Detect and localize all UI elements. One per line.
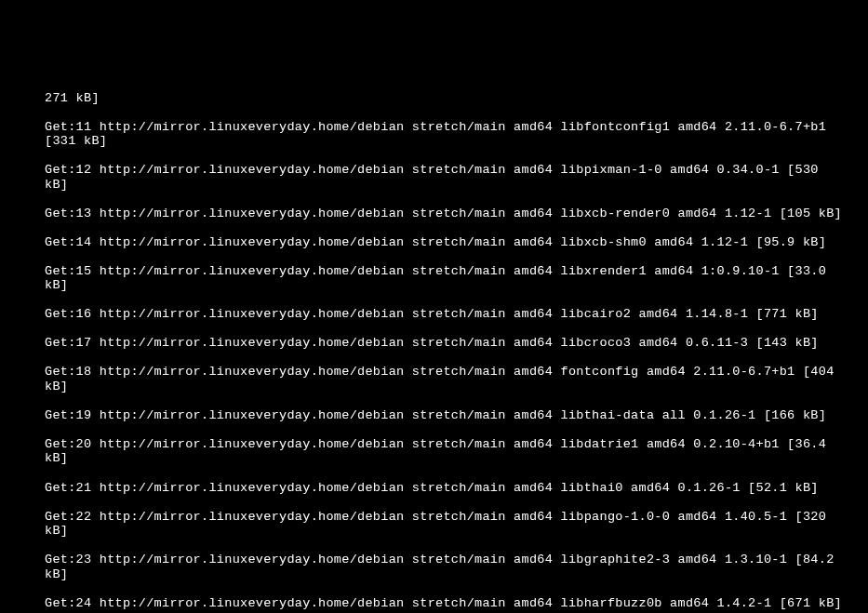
output-line: Get:15 http://mirror.linuxeveryday.home/… <box>45 264 845 293</box>
output-line: Get:16 http://mirror.linuxeveryday.home/… <box>45 307 845 322</box>
terminal-output: 271 kB] Get:11 http://mirror.linuxeveryd… <box>45 76 845 613</box>
output-line: Get:18 http://mirror.linuxeveryday.home/… <box>45 365 845 393</box>
output-line: 271 kB] <box>45 91 845 106</box>
output-line: Get:12 http://mirror.linuxeveryday.home/… <box>45 163 845 192</box>
output-line: Get:20 http://mirror.linuxeveryday.home/… <box>45 437 845 466</box>
output-line: Get:17 http://mirror.linuxeveryday.home/… <box>45 336 845 351</box>
output-line: Get:11 http://mirror.linuxeveryday.home/… <box>45 120 845 149</box>
output-line: Get:23 http://mirror.linuxeveryday.home/… <box>45 553 845 581</box>
output-line: Get:14 http://mirror.linuxeveryday.home/… <box>45 235 845 250</box>
output-line: Get:22 http://mirror.linuxeveryday.home/… <box>45 510 845 539</box>
output-line: Get:19 http://mirror.linuxeveryday.home/… <box>45 408 845 423</box>
output-line: Get:21 http://mirror.linuxeveryday.home/… <box>45 481 845 496</box>
output-line: Get:24 http://mirror.linuxeveryday.home/… <box>45 596 845 611</box>
output-line: Get:13 http://mirror.linuxeveryday.home/… <box>45 207 845 221</box>
